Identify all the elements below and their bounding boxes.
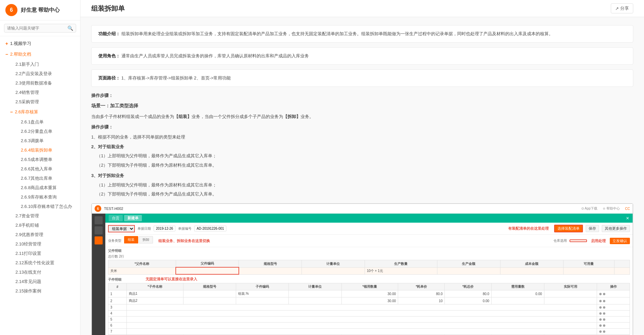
mock-company: TEST-H002 [104, 207, 123, 211]
content-area: 功能介绍： 组装拆卸单用来处理企业组装或拆卸等加工业务，支持有固定装配清单的产品… [80, 17, 644, 335]
sidebar-header: 6 好生意 帮助中心 [0, 0, 80, 20]
sidebar-item-2-10[interactable]: 2.10经营管理 [10, 239, 80, 249]
search-box: 🔍 [0, 20, 80, 36]
sidebar-item-2-14[interactable]: 2.14常见问题 [10, 277, 80, 286]
mock-number-value[interactable]: AD-20191226-001 [194, 226, 226, 231]
mock-confirm-btn[interactable]: 立发确认 [610, 238, 630, 244]
mock-more-btn[interactable]: 其他更多操作 [602, 225, 630, 232]
mock-user: CC [625, 207, 630, 211]
sidebar-item-2-6-7[interactable]: 2.6.7其他出库单 [15, 174, 80, 183]
role-label: 使用角色： [98, 53, 120, 58]
sidebar-item-docs[interactable]: − 2.帮助文档 [0, 49, 80, 60]
mock-upper-cell-name: 关米 [108, 267, 176, 274]
mock-warehouse-input[interactable] [570, 239, 587, 242]
sidebar-item-2-11[interactable]: 2.11打印设置 [10, 249, 80, 258]
sidebar-item-2-12[interactable]: 2.12系统个性化设置 [10, 258, 80, 268]
mock-lth-spec: 规格型号 [183, 283, 236, 290]
mock-lower-table-area: 子件明细 无固定清单可以直接在这里录入 # *子件名称 规格型号 子件编码 [105, 276, 633, 335]
sidebar-item-2-6-4[interactable]: 2.6.4组装拆卸单 [15, 146, 80, 155]
mock-screen: 6 TEST-H002 ⊙ App下载 ⊙ 帮助中心 CC [92, 204, 633, 335]
mock-icon3 [95, 236, 103, 244]
sidebar-item-2-4[interactable]: 2.4销售管理 [10, 88, 80, 97]
mock-upper-table: *父件名称 父件编码 规格型号 计量单位 生产数量 生产金额 成本金额 可用量 [108, 260, 630, 275]
mock-upper-row-1: 关米 10个 + 1元 [108, 267, 630, 274]
mock-lower-table: # *子件名称 规格型号 子件编码 计量单位 *领用数量 *耗单价 *耗总价 需 [108, 283, 630, 335]
step3: 3、对于拆卸业务 [91, 172, 633, 179]
sidebar-item-2-6-8[interactable]: 2.6.8商品成本重算 [15, 183, 80, 192]
role-text: 通常由生产人员或库管人员完成拆装业务的操作，库管人员确认原材料的出库和产成品的入… [121, 53, 309, 58]
sidebar-item-2-9[interactable]: 2.9优惠券管理 [10, 230, 80, 239]
path-label: 页面路径： [98, 75, 120, 80]
mock-upper-cell-qty: 10个 + 1元 [365, 267, 437, 274]
mock-type-select[interactable]: 组装单据 拆卸单据 [108, 225, 135, 232]
mock-main: 自贡 新建单 ✕ 组装单据 [105, 214, 633, 335]
top-bar: 组装拆卸单 ↗ 分享 [80, 0, 644, 17]
logo-icon: 6 [5, 4, 17, 16]
sidebar-item-2-13[interactable]: 2.13在线支付 [10, 268, 80, 277]
mock-save-btn[interactable]: 保存 [586, 225, 599, 232]
mock-upper-cell-code[interactable] [176, 267, 239, 274]
mock-lth-index: # [108, 283, 127, 290]
sidebar-item-2-6-2[interactable]: 2.6.2分量盘点单 [15, 127, 80, 136]
search-input-wrap[interactable]: 🔍 [4, 24, 76, 33]
function-intro-block: 功能介绍： 组装拆卸单用来处理企业组装或拆卸等加工业务，支持有固定装配清单的产品… [91, 25, 633, 43]
sidebar-item-2-3[interactable]: 2.3使用前数据准备 [10, 78, 80, 88]
sidebar-item-2-2[interactable]: 2.2产品安装及登录 [10, 69, 80, 78]
mock-icon1 [95, 216, 103, 224]
mock-upper-table-label: 父件明细 [108, 248, 630, 253]
mock-icon2 [95, 226, 103, 234]
annotation3-label: 启用处理 [591, 238, 606, 243]
mock-subtab-disassemble[interactable]: 拆卸 [139, 236, 153, 243]
mock-subtab-label: 业务类型 [108, 238, 121, 243]
mock-subtab-row: 业务类型 组装 拆卸 组装业务、拆卸业务在这里切换 仓库选用 启用处理 [105, 235, 633, 247]
annotation2-label: 组装业务、拆卸业务在这里切换 [158, 238, 210, 243]
mock-form-header: 组装单据 拆卸单据 单据日期 2019-12-26 单据编号 AD-201912… [105, 223, 633, 235]
mock-lth-ops: 操作 [597, 283, 630, 290]
sidebar-item-2-5[interactable]: 2.5采购管理 [10, 97, 80, 107]
mock-upper-cell-spec [239, 267, 302, 274]
sidebar-item-2-6-1[interactable]: 2.6.1盘点单 [15, 117, 80, 127]
mock-select-btn[interactable]: 选择装配清单 [554, 225, 583, 232]
steps-block: 操作步骤： 场景一：加工类型选择 当由多个子件材料组装成一个成品的业务为【组装】… [91, 92, 633, 198]
sidebar-item-2-6-6[interactable]: 2.6.6其他入库单 [15, 164, 80, 174]
share-button[interactable]: ↗ 分享 [611, 3, 633, 13]
mock-window-area: 自贡 新建单 ✕ 组装单据 [92, 214, 633, 335]
mock-upper-cell-action [614, 267, 630, 274]
sidebar-item-2-8[interactable]: 2.8手机旺铺 [10, 221, 80, 230]
sidebar-item-2-6-3[interactable]: 2.6.3调拨单 [15, 136, 80, 146]
mock-th-father-code: 父件编码 [176, 260, 239, 268]
annotation1-label: 有装配清单的在这里处理 [508, 226, 549, 231]
mock-lower-row-7: 7⊕ ⊗ [108, 329, 630, 335]
mock-form-fields: 组装单据 拆卸单据 单据日期 2019-12-26 单据编号 AD-201912… [108, 225, 630, 232]
sidebar-item-2-6[interactable]: − 2.6库存核算 [10, 107, 80, 117]
sidebar-item-2-7[interactable]: 2.7资金管理 [10, 211, 80, 221]
mock-th-father-name: *父件名称 [108, 260, 176, 268]
mock-row-count: 总行数 2行 [108, 254, 630, 259]
mock-close-icon[interactable]: ✕ [626, 216, 629, 221]
mock-appname: ⊙ App下载 [581, 206, 597, 211]
search-input[interactable] [7, 26, 67, 31]
nav-sub-2-6: 2.6.1盘点单 2.6.2分量盘点单 2.6.3调拨单 2.6.4组装拆卸单 … [10, 117, 80, 211]
mock-lth-name: *子件名称 [127, 283, 183, 290]
mock-warehouse-label: 仓库选用 [553, 238, 567, 243]
sidebar-item-2-1[interactable]: 2.1新手入门 [10, 60, 80, 69]
mock-lower-row-4: 4⊕ ⊗ [108, 311, 630, 317]
search-icon[interactable]: 🔍 [67, 25, 73, 31]
mock-subtab-assemble[interactable]: 组装 [124, 236, 138, 243]
mock-upper-cell-amount [437, 267, 500, 274]
sidebar-item-2-6-10[interactable]: 2.6.10库存账本错了怎么办 [15, 202, 80, 211]
sidebar-item-2-6-9[interactable]: 2.6.9库存账本查询 [15, 192, 80, 202]
mock-type-wrapper: 组装单据 拆卸单据 [108, 225, 135, 232]
mock-date-label: 单据日期 [138, 226, 151, 231]
sidebar-item-2-6-5[interactable]: 2.6.5成本调整单 [15, 155, 80, 164]
mock-lth-code: 子件编码 [236, 283, 289, 290]
sidebar-item-2-15[interactable]: 2.15操作案例 [10, 286, 80, 296]
mock-sub-tabs: 组装 拆卸 [124, 236, 153, 243]
steps-title: 操作步骤： [91, 92, 633, 99]
mock-window-bar: 自贡 新建单 ✕ [105, 214, 633, 223]
sidebar-item-video[interactable]: + 1.视频学习 [0, 38, 80, 49]
nav-sub-docs: 2.1新手入门 2.2产品安装及登录 2.3使用前数据准备 2.4销售管理 2.… [0, 60, 80, 296]
mock-date-value[interactable]: 2019-12-26 [154, 226, 175, 231]
mock-logo: 6 [95, 205, 101, 212]
annotation4-label: 无固定清单可以直接在这里录入 [146, 277, 197, 282]
